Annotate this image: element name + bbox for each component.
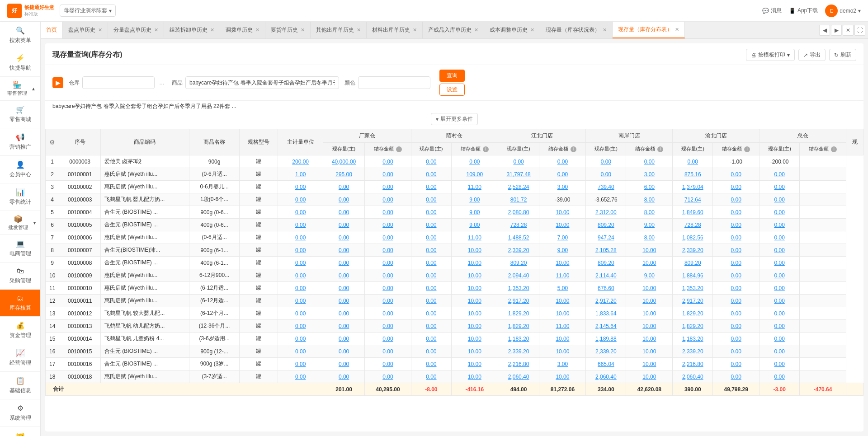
table-row: 800100007合生元(BIOSTIME)沛...900g (6-1...罐0… bbox=[46, 244, 863, 257]
app-download-button[interactable]: 📱 App下载 bbox=[789, 7, 818, 14]
tab-close-icon[interactable]: ✕ bbox=[210, 27, 214, 33]
th-jiangbei: 江北门店 bbox=[498, 129, 586, 143]
info-icon[interactable]: i bbox=[831, 146, 837, 152]
th-nanan: 南岸门店 bbox=[586, 129, 673, 143]
tab-fullscreen-button[interactable]: ⛶ bbox=[854, 25, 865, 36]
industry-select[interactable]: 母婴行业演示陈套 ▾ bbox=[60, 5, 116, 17]
table-row: 1800100018惠氏启赋 (Wyeth illu...(3-7岁适...罐0… bbox=[46, 370, 863, 383]
package-icon: 📦 bbox=[14, 215, 23, 223]
tab-cost-adjust-history[interactable]: 成本调整单历史 ✕ bbox=[484, 22, 540, 38]
refresh-button[interactable]: ↻ 刷新 bbox=[829, 49, 856, 61]
info-icon[interactable]: i bbox=[657, 146, 663, 152]
tab-close-icon[interactable]: ✕ bbox=[255, 27, 259, 33]
warehouse-input[interactable] bbox=[82, 76, 155, 89]
tab-home[interactable]: 首页 bbox=[41, 22, 63, 38]
sidebar-item-corp[interactable]: 🤝 企业协同 bbox=[0, 427, 40, 436]
print-button[interactable]: 🖨 按模板打印 ▾ bbox=[746, 49, 795, 61]
sidebar-item-search[interactable]: 🔍 搜索英单 bbox=[0, 22, 40, 49]
summary-factory-qty: 201.00 bbox=[323, 383, 365, 396]
info-icon[interactable]: i bbox=[744, 146, 750, 152]
tab-close-icon[interactable]: ✕ bbox=[357, 27, 361, 33]
settings-gear-icon[interactable]: ⚙ bbox=[49, 139, 55, 146]
table-container[interactable]: ⚙ 序号 商品编码 商品名称 规格型号 主计量单位 厂家仓 陌村仓 江北门店 南… bbox=[45, 129, 863, 431]
summary-extra bbox=[846, 383, 863, 396]
tab-prev-button[interactable]: ◀ bbox=[819, 25, 830, 36]
color-input[interactable] bbox=[358, 76, 430, 89]
tab-close-icon[interactable]: ✕ bbox=[474, 27, 478, 33]
sidebar-item-purchase[interactable]: 🛍 采购管理 bbox=[0, 263, 40, 290]
summary-total-amt: -470.64 bbox=[800, 383, 846, 396]
product-display-bar: babycare孕妇待产包 春季入院全套母子组合孕妇产后冬季月子用品 22件套 … bbox=[45, 101, 863, 113]
user-menu[interactable]: E demo2 ▾ bbox=[825, 5, 861, 17]
sidebar-item-retail-mgmt[interactable]: 🏪 零售管理 ▲ bbox=[0, 77, 40, 101]
sidebar-item-system[interactable]: ⚙ 系统管理 bbox=[0, 399, 40, 427]
tab-next-button[interactable]: ▶ bbox=[831, 25, 842, 36]
sidebar-item-ecommerce[interactable]: 💻 电商管理 bbox=[0, 235, 40, 263]
sidebar: 🔍 搜索英单 ⚡ 快捷导航 🏪 零售管理 ▲ 🛒 零售商城 📢 营销推广 👤 会… bbox=[0, 22, 41, 436]
info-icon[interactable]: i bbox=[396, 146, 402, 152]
chevron-down-icon: ▾ bbox=[109, 8, 112, 14]
table-row: 1600100015合生元 (BIOSTIME) ...900g (12-...… bbox=[46, 345, 863, 358]
sidebar-item-wholesale[interactable]: 📦 批发管理 ▾ bbox=[0, 211, 40, 235]
summary-mocun-qty: -8.00 bbox=[411, 383, 451, 396]
search-toggle-button[interactable]: ▶ bbox=[52, 77, 63, 88]
summary-total-qty: -3.00 bbox=[760, 383, 800, 396]
info-icon[interactable]: i bbox=[483, 146, 489, 152]
export-button[interactable]: ↗ 导出 bbox=[798, 49, 826, 61]
th-nanan-amt: 结存金额 i bbox=[626, 143, 673, 155]
th-factory-amt: 结存金额 i bbox=[364, 143, 411, 155]
table-row: 10000003爱他美 卤茅3段900g罐200.0040,000.000.00… bbox=[46, 155, 863, 168]
tab-sub-point-history[interactable]: 分量盘点单历史 ✕ bbox=[108, 22, 164, 38]
sidebar-item-marketing[interactable]: 📢 营销推广 bbox=[0, 128, 40, 156]
tab-close-icon[interactable]: ✕ bbox=[301, 27, 305, 33]
tab-point-history[interactable]: 盘点单历史 ✕ bbox=[63, 22, 108, 38]
tab-close-icon[interactable]: ✕ bbox=[603, 27, 607, 33]
logo-text: 畅捷通好生意 标准版 bbox=[24, 4, 54, 17]
expand-conditions-button[interactable]: ▾ 展开更多条件 bbox=[431, 113, 478, 125]
page-header: 现存量查询(库存分布) 🖨 按模板打印 ▾ ↗ 导出 ↻ 刷新 bbox=[45, 43, 863, 65]
th-mocun: 陌村仓 bbox=[411, 129, 498, 143]
top-bar-left: 好 畅捷通好生意 标准版 母婴行业演示陈套 ▾ bbox=[7, 4, 116, 18]
tab-other-out-history[interactable]: 其他出库单历史 ✕ bbox=[311, 22, 367, 38]
sidebar-item-inventory[interactable]: 🗂 库存核算 bbox=[0, 290, 40, 317]
logo-area: 好 畅捷通好生意 标准版 bbox=[7, 4, 54, 18]
tab-requisition-history[interactable]: 要货单历史 ✕ bbox=[265, 22, 311, 38]
tab-product-in-history[interactable]: 产成品入库单历史 ✕ bbox=[423, 22, 484, 38]
page-container: 现存量查询(库存分布) 🖨 按模板打印 ▾ ↗ 导出 ↻ 刷新 ▶ bbox=[45, 43, 863, 431]
tab-stock-status[interactable]: 现存量（库存状况表） ✕ bbox=[540, 22, 613, 38]
tab-close-all-button[interactable]: ✕ bbox=[843, 25, 854, 36]
tab-material-out-history[interactable]: 材料出库单历史 ✕ bbox=[367, 22, 423, 38]
tab-close-icon[interactable]: ✕ bbox=[98, 27, 102, 33]
tab-combine-history[interactable]: 组装拆卸单历史 ✕ bbox=[164, 22, 220, 38]
th-factory-qty: 现存量(主) bbox=[323, 143, 365, 155]
product-input[interactable] bbox=[185, 76, 339, 89]
summary-jiangbei-qty: 494.00 bbox=[498, 383, 539, 396]
sidebar-item-finance[interactable]: 💰 资金管理 bbox=[0, 317, 40, 344]
table-row: 1300100012飞鹤星飞帆 较大婴儿配...(6-12个月...罐0.000… bbox=[46, 307, 863, 320]
tab-close-icon[interactable]: ✕ bbox=[530, 27, 534, 33]
table-row: 1000100009惠氏启赋 (Wyeth illu...6-12月900...… bbox=[46, 269, 863, 282]
gear-icon: ⚙ bbox=[17, 404, 24, 413]
th-jiangbei-qty: 现存量(主) bbox=[498, 143, 539, 155]
setting-button[interactable]: 设置 bbox=[439, 84, 465, 96]
tab-close-icon[interactable]: ✕ bbox=[154, 27, 158, 33]
tab-transfer-history[interactable]: 调拨单历史 ✕ bbox=[220, 22, 265, 38]
sidebar-item-shortcut[interactable]: ⚡ 快捷导航 bbox=[0, 49, 40, 77]
sidebar-item-member[interactable]: 👤 会员中心 bbox=[0, 156, 40, 183]
info-icon[interactable]: i bbox=[571, 146, 576, 152]
query-button[interactable]: 查询 bbox=[439, 70, 465, 82]
th-unit: 主计量单位 bbox=[278, 129, 323, 155]
tabs-scroll: 首页 盘点单历史 ✕ 分量盘点单历史 ✕ 组装拆卸单历史 ✕ 调拨单历史 ✕ 要… bbox=[41, 22, 816, 38]
tab-close-icon[interactable]: ✕ bbox=[413, 27, 417, 33]
sidebar-item-retail-mall[interactable]: 🛒 零售商城 bbox=[0, 101, 40, 128]
table-row: 1700100016合生元 (BIOSTIME) ...900g (3岁...罐… bbox=[46, 358, 863, 370]
export-icon: ↗ bbox=[803, 52, 808, 58]
th-settings[interactable]: ⚙ bbox=[46, 129, 59, 155]
sidebar-item-operation[interactable]: 📈 经营管理 bbox=[0, 344, 40, 372]
message-button[interactable]: 💬 消息 bbox=[762, 7, 782, 14]
sidebar-item-retail-stat[interactable]: 📊 零售统计 bbox=[0, 183, 40, 211]
search-area: ▶ 仓库 … 商品 颜色 查询 设置 bbox=[45, 65, 863, 101]
tab-stock-dist[interactable]: 现存量（库存分布表） ✕ bbox=[613, 22, 685, 38]
sidebar-item-basic[interactable]: 📋 基础信息 bbox=[0, 372, 40, 399]
tab-close-icon[interactable]: ✕ bbox=[675, 27, 679, 33]
